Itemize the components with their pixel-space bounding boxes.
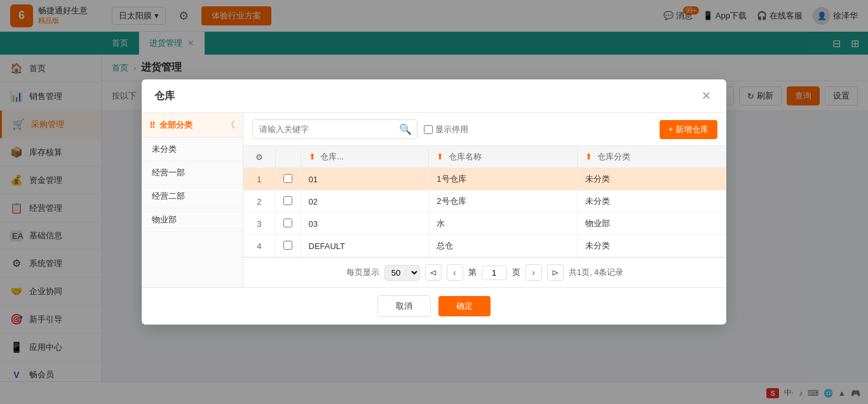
all-category-label: ⠿ 全部分类	[149, 119, 193, 131]
category-panel: ⠿ 全部分类 《 未分类 经营一部 经营二部 物业部	[142, 113, 243, 287]
show-disabled-area: 显示停用	[424, 124, 468, 135]
table-row[interactable]: 3 03 水 物业部	[243, 213, 726, 235]
table-row[interactable]: 1 01 1号仓库 未分类	[243, 168, 726, 191]
col-category: ⬆ 仓库分类	[578, 146, 726, 168]
grid-icon: ⠿	[149, 121, 156, 130]
table-toolbar: 🔍 显示停用 + 新增仓库	[243, 113, 726, 146]
search-input[interactable]	[253, 121, 394, 137]
prev-page-button[interactable]: ‹	[447, 264, 463, 281]
confirm-button[interactable]: 确定	[438, 296, 491, 316]
table-row[interactable]: 4 DEFAULT 总仓 未分类	[243, 235, 726, 257]
add-warehouse-button[interactable]: + 新增仓库	[660, 120, 717, 139]
row-checkbox-3[interactable]	[283, 219, 292, 227]
dialog-overlay: 仓库 ✕ ⠿ 全部分类 《 未分类 经营一部	[0, 0, 868, 404]
dialog-footer: 取消 确定	[142, 287, 726, 325]
table-row[interactable]: 2 02 2号仓库 未分类	[243, 191, 726, 213]
dialog-close-icon[interactable]: ✕	[698, 88, 714, 104]
all-category-header[interactable]: ⠿ 全部分类 《	[142, 113, 243, 138]
search-execute-button[interactable]: 🔍	[394, 120, 417, 138]
pagination: 每页显示 50 10 20 100 ⊲ ‹ 第 页 › ⊳ 共1页, 4条记录	[243, 257, 726, 287]
category-item-unclassified[interactable]: 未分类	[142, 138, 243, 161]
page-size-label: 每页显示	[346, 267, 379, 278]
dialog-title: 仓库	[154, 90, 175, 103]
warehouse-dialog: 仓库 ✕ ⠿ 全部分类 《 未分类 经营一部	[142, 79, 726, 325]
table-panel: 🔍 显示停用 + 新增仓库 ⚙	[243, 113, 726, 287]
col-code: ⬆ 仓库...	[301, 146, 429, 168]
sort-icon-code: ⬆	[309, 152, 316, 161]
data-table: ⚙ ⬆ 仓库... ⬆ 仓库名称	[243, 146, 726, 257]
category-item-ops2[interactable]: 经营二部	[142, 185, 243, 208]
page-info: 共1页, 4条记录	[569, 267, 624, 278]
show-disabled-checkbox[interactable]	[424, 125, 433, 134]
col-settings: ⚙	[243, 146, 275, 168]
col-name: ⬆ 仓库名称	[429, 146, 578, 168]
dialog-body: ⠿ 全部分类 《 未分类 经营一部 经营二部 物业部	[142, 113, 726, 287]
collapse-icon[interactable]: 《	[226, 119, 235, 131]
row-checkbox-4[interactable]	[283, 241, 292, 250]
dialog-header: 仓库 ✕	[142, 79, 726, 113]
first-page-button[interactable]: ⊲	[425, 264, 442, 281]
page-number-input[interactable]	[482, 266, 507, 280]
category-item-ops1[interactable]: 经营一部	[142, 161, 243, 185]
category-item-property[interactable]: 物业部	[142, 208, 243, 232]
last-page-button[interactable]: ⊳	[547, 264, 564, 281]
sort-icon-name: ⬆	[437, 152, 444, 161]
search-box: 🔍	[252, 119, 417, 139]
next-page-button[interactable]: ›	[526, 264, 542, 281]
sort-icon-cat: ⬆	[585, 152, 592, 161]
row-checkbox-2[interactable]	[283, 196, 292, 205]
page-size-select[interactable]: 50 10 20 100	[384, 265, 420, 281]
row-checkbox-1[interactable]	[283, 174, 292, 183]
show-disabled-label: 显示停用	[435, 124, 468, 135]
col-check	[275, 146, 301, 168]
cancel-button[interactable]: 取消	[377, 295, 431, 317]
